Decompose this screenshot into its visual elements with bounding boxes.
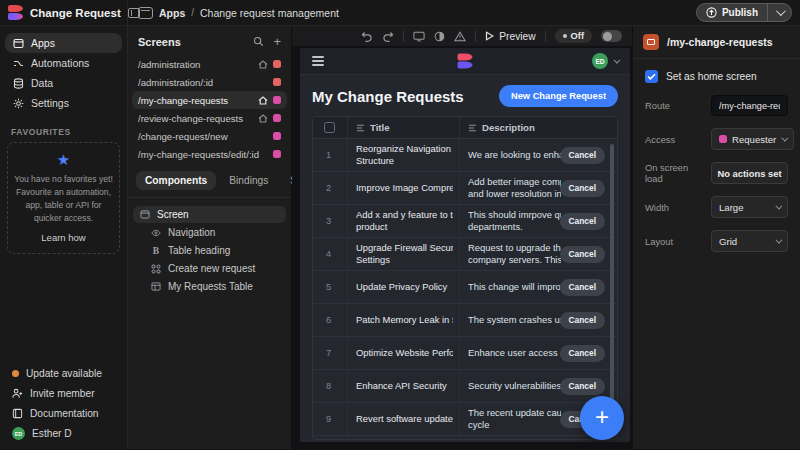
cell-title: Reorganize Navigation Structure <box>347 139 459 171</box>
cancel-request-button[interactable]: Cancel <box>560 279 605 296</box>
home-screen-setting[interactable]: Set as home screen <box>645 70 788 83</box>
invite-member-item[interactable]: Invite member <box>5 384 122 403</box>
mode-toggle[interactable] <box>601 30 622 42</box>
component-navigation[interactable]: Navigation <box>133 224 286 241</box>
cancel-request-button[interactable]: Cancel <box>560 378 605 395</box>
route-input[interactable] <box>711 95 788 116</box>
row-number: 4 <box>313 249 347 259</box>
cell-description: Request to upgrade the firewall secu com… <box>459 238 561 270</box>
layout-select[interactable]: Grid <box>711 230 788 252</box>
screen-row-my-change-requests-edit[interactable]: /my-change-requests/edit/:id <box>132 145 287 163</box>
learn-how-link[interactable]: Learn how <box>14 232 113 243</box>
home-icon <box>258 114 268 123</box>
add-row-fab-button[interactable]: + <box>580 396 624 440</box>
on-screen-load-button[interactable]: No actions set <box>711 162 788 184</box>
database-icon <box>13 78 24 89</box>
screens-header: Screens + <box>128 26 291 55</box>
screen-settings-form: Set as home screen Route Access Requeste… <box>633 59 800 263</box>
cancel-request-button[interactable]: Cancel <box>560 180 605 197</box>
role-dot-icon <box>719 135 727 143</box>
sidebar-item-apps[interactable]: Apps <box>5 33 122 53</box>
sidebar-item-automations[interactable]: Automations <box>5 53 122 73</box>
table-row[interactable]: 8 Enhance API Security Security vulnerab… <box>313 370 617 403</box>
select-all-checkbox[interactable] <box>324 122 335 133</box>
redo-button[interactable] <box>382 31 394 42</box>
publish-dropdown-button[interactable] <box>767 4 791 21</box>
app-title: Change Request <box>30 7 121 19</box>
update-available-item[interactable]: Update available <box>5 364 122 383</box>
cell-title: Update Privacy Policy <box>347 271 459 303</box>
layout-field: Layout Grid <box>645 230 788 252</box>
cell-description: This change will improve the user exp <box>459 271 561 303</box>
top-bar-right: Publish <box>696 0 800 25</box>
tab-bindings[interactable]: Bindings <box>220 171 277 190</box>
search-icon <box>253 36 264 47</box>
cell-description: Security vulnerabilities were found a <box>459 370 561 402</box>
cell-description: We are looking to enhance the system <box>459 139 561 171</box>
automations-icon <box>13 58 24 69</box>
user-menu-item[interactable]: ED Esther D <box>5 424 122 443</box>
access-select[interactable]: Requester <box>711 128 794 150</box>
column-header-description[interactable]: Description <box>459 117 561 138</box>
access-role-dot <box>273 78 281 86</box>
preview-button[interactable]: Preview <box>485 31 535 42</box>
table-row[interactable]: 6 Patch Memory Leak in Server The system… <box>313 304 617 337</box>
cell-description: The recent update causes our compu cycle <box>459 403 561 435</box>
component-create-new-request[interactable]: Create new request <box>133 260 286 277</box>
documentation-item[interactable]: Documentation <box>5 404 122 423</box>
screen-row-administration-id[interactable]: /administration/:id <box>132 73 287 91</box>
undo-button[interactable] <box>361 31 373 42</box>
row-number: 9 <box>313 414 347 424</box>
screen-settings-title: /my-change-requests <box>667 36 773 48</box>
table-row[interactable]: 5 Update Privacy Policy This change will… <box>313 271 617 304</box>
breadcrumb-section[interactable]: Apps <box>159 7 185 19</box>
toolbar-divider <box>403 31 404 42</box>
table-row[interactable]: 4 Upgrade Firewall Security Settings Req… <box>313 238 617 271</box>
table-row[interactable]: 9 Revert software update The recent upda… <box>313 403 617 436</box>
theme-button[interactable] <box>434 31 445 42</box>
column-header-title[interactable]: Title <box>347 117 459 138</box>
access-role-dot <box>273 150 281 158</box>
screen-row-review-change-requests[interactable]: /review-change-requests <box>132 109 287 127</box>
sidebar-item-settings[interactable]: Settings <box>5 93 122 113</box>
publish-button[interactable]: Publish <box>697 4 767 21</box>
table-row[interactable]: 1 Reorganize Navigation Structure We are… <box>313 139 617 172</box>
cancel-request-button[interactable]: Cancel <box>560 312 605 329</box>
add-screen-button[interactable]: + <box>273 35 281 48</box>
screen-row-administration[interactable]: /administration <box>132 55 287 73</box>
top-bar: Change Request Apps / Change request man… <box>0 0 800 26</box>
table-row[interactable]: 3 Add x and y feature to the product Thi… <box>313 205 617 238</box>
app-builder-window: Change Request Apps / Change request man… <box>0 0 800 450</box>
new-change-request-button[interactable]: New Change Request <box>499 85 618 107</box>
screen-row-change-request-new[interactable]: /change-request/new <box>132 127 287 145</box>
width-select[interactable]: Large <box>711 196 788 218</box>
canvas-area: Preview Off ED <box>292 26 632 449</box>
text-column-icon <box>468 124 477 132</box>
search-screens-button[interactable] <box>253 36 264 47</box>
table-scrollbar[interactable] <box>610 144 614 434</box>
checkbox-checked-icon[interactable] <box>645 70 658 83</box>
screen-row-my-change-requests[interactable]: /my-change-requests <box>132 91 287 109</box>
table-row[interactable]: 2 Improve Image Compression Add better i… <box>313 172 617 205</box>
play-icon <box>485 31 494 41</box>
grid-mode-pill[interactable]: Off <box>555 29 592 43</box>
component-table-heading[interactable]: B Table heading <box>133 242 286 259</box>
table-row[interactable]: 7 Optimize Website Performance Enhance u… <box>313 337 617 370</box>
warning-icon[interactable] <box>454 31 466 42</box>
route-field: Route <box>645 95 788 116</box>
cancel-request-button[interactable]: Cancel <box>560 345 605 362</box>
cancel-request-button[interactable]: Cancel <box>560 213 605 230</box>
sidebar-item-data[interactable]: Data <box>5 73 122 93</box>
app-user-menu[interactable]: ED <box>592 53 618 69</box>
hamburger-menu-icon[interactable] <box>312 56 324 66</box>
component-screen[interactable]: Screen <box>133 206 286 223</box>
cancel-request-button[interactable]: Cancel <box>560 246 605 263</box>
star-icon: ★ <box>14 152 113 167</box>
component-my-requests-table[interactable]: My Requests Table <box>133 278 286 295</box>
cell-title: Upgrade Firewall Security Settings <box>347 238 459 270</box>
device-preview-button[interactable] <box>413 31 425 42</box>
tab-components[interactable]: Components <box>136 171 216 190</box>
table-row-partial <box>313 436 617 440</box>
cancel-request-button[interactable]: Cancel <box>560 147 605 164</box>
chevron-down-icon <box>776 6 786 16</box>
